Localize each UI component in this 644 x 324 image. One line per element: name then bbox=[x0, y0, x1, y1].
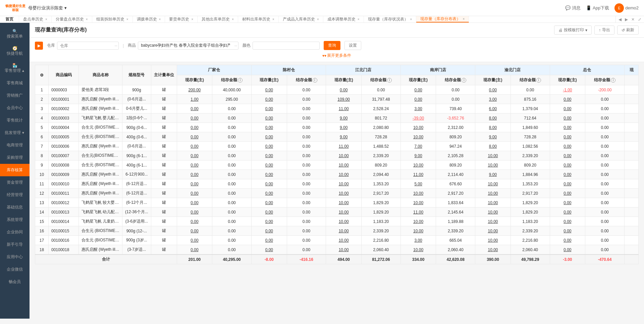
row-stock[interactable]: 0.00 bbox=[400, 95, 436, 104]
row-stock[interactable]: 9.00 bbox=[400, 151, 436, 160]
row-stock[interactable]: 10.00 bbox=[475, 151, 511, 160]
row-stock[interactable]: 0.00 bbox=[550, 104, 585, 113]
row-stock[interactable]: 10.00 bbox=[400, 132, 436, 142]
sidebar-item-search[interactable]: 🔍 搜索英单 bbox=[0, 26, 30, 43]
user-area[interactable]: E demo2 bbox=[614, 3, 639, 13]
sidebar-item-nav[interactable]: 🧭 快捷导航 bbox=[0, 43, 30, 60]
row-stock[interactable]: 11.00 bbox=[400, 170, 436, 179]
row-stock[interactable]: 0.00 bbox=[550, 236, 585, 245]
row-stock[interactable]: 10.00 bbox=[475, 236, 511, 245]
color-input[interactable] bbox=[253, 42, 320, 50]
row-stock[interactable]: 10.00 bbox=[475, 226, 511, 236]
row-stock[interactable]: 0.00 bbox=[252, 95, 287, 104]
row-stock[interactable]: 10.00 bbox=[475, 179, 511, 189]
sidebar-item-ecommerce[interactable]: 电商管理 bbox=[0, 139, 30, 151]
row-stock[interactable]: 0.00 bbox=[252, 132, 287, 142]
row-stock[interactable]: 10.00 bbox=[326, 245, 361, 255]
row-stock[interactable]: 0.00 bbox=[177, 179, 212, 189]
row-stock[interactable]: 0.00 bbox=[550, 245, 585, 255]
row-stock[interactable]: 11.00 bbox=[400, 207, 436, 217]
expand-conditions-btn[interactable]: ▾▾ 展开更多条件 bbox=[322, 53, 351, 58]
info-icon[interactable]: i bbox=[462, 78, 466, 83]
row-stock[interactable]: 10.00 bbox=[400, 198, 436, 207]
row-stock[interactable]: 0.00 bbox=[550, 113, 585, 123]
row-stock[interactable]: 0.00 bbox=[252, 217, 287, 226]
tab-10[interactable]: 现存量（库存状况表） × bbox=[364, 16, 417, 22]
row-stock[interactable]: 0.00 bbox=[252, 104, 287, 113]
sidebar-item-apps[interactable]: 应用中心 bbox=[0, 251, 30, 263]
tab-close-icon[interactable]: × bbox=[358, 17, 360, 21]
row-stock[interactable]: 0.00 bbox=[177, 104, 212, 113]
info-icon[interactable]: i bbox=[238, 78, 243, 83]
info-icon[interactable]: i bbox=[611, 78, 615, 83]
row-stock[interactable]: 0.00 bbox=[326, 85, 361, 95]
tab-4[interactable]: 调拨单历史 × bbox=[133, 16, 165, 22]
row-stock[interactable]: 8.00 bbox=[475, 113, 511, 123]
row-stock[interactable]: 11.00 bbox=[326, 104, 361, 113]
row-stock[interactable]: 0.00 bbox=[177, 198, 212, 207]
tab-9[interactable]: 成本调整单历史 × bbox=[323, 16, 364, 22]
row-stock[interactable]: 0.00 bbox=[252, 236, 287, 245]
tab-5[interactable]: 要货单历史 × bbox=[165, 16, 198, 22]
tab-2[interactable]: 分量盘点单历史 × bbox=[52, 16, 92, 22]
sidebar-item-retail-mgmt[interactable]: 🏪 零售管理 ▲ bbox=[0, 60, 30, 77]
tab-6[interactable]: 其他出库单历史 × bbox=[198, 16, 238, 22]
row-stock[interactable]: 0.00 bbox=[475, 85, 511, 95]
collapse-toggle[interactable]: ▶ bbox=[35, 42, 43, 50]
row-stock[interactable]: 0.00 bbox=[550, 207, 585, 217]
row-stock[interactable]: 10.00 bbox=[326, 151, 361, 160]
row-stock[interactable]: 0.00 bbox=[177, 207, 212, 217]
row-stock[interactable]: 0.00 bbox=[177, 113, 212, 123]
row-stock[interactable]: 0.00 bbox=[550, 123, 585, 132]
row-stock[interactable]: 0.00 bbox=[177, 170, 212, 179]
row-stock[interactable]: 0.00 bbox=[252, 207, 287, 217]
row-stock[interactable]: 10.00 bbox=[326, 226, 361, 236]
print-button[interactable]: 🖨 按模板打印 ▾ bbox=[554, 26, 592, 35]
info-icon[interactable]: i bbox=[313, 78, 317, 83]
row-stock[interactable]: 0.00 bbox=[252, 226, 287, 236]
row-stock[interactable]: 0.00 bbox=[177, 160, 212, 170]
sidebar-item-finance[interactable]: 资金管理 bbox=[0, 176, 30, 189]
row-stock[interactable]: 0.00 bbox=[252, 123, 287, 132]
app-download-link[interactable]: 📱 App下载 bbox=[586, 5, 609, 11]
row-stock[interactable]: 10.00 bbox=[326, 160, 361, 170]
tab-prev-btn[interactable]: ◀ bbox=[617, 16, 623, 22]
sidebar-item-retail-shop[interactable]: 零售商城 bbox=[0, 77, 30, 89]
row-stock[interactable]: 7.00 bbox=[400, 142, 436, 151]
row-stock[interactable]: 0.00 bbox=[400, 85, 436, 95]
row-stock[interactable]: 0.00 bbox=[252, 113, 287, 123]
message-link[interactable]: 💬 消息 bbox=[565, 5, 581, 11]
tab-home[interactable]: 首页 bbox=[0, 16, 19, 22]
row-stock[interactable]: 0.00 bbox=[550, 142, 585, 151]
goods-dots-btn[interactable]: ··· bbox=[234, 44, 237, 47]
row-stock[interactable]: 0.00 bbox=[252, 85, 287, 95]
sidebar-item-wechat[interactable]: 企业微信 bbox=[0, 263, 30, 276]
info-icon[interactable]: i bbox=[387, 78, 392, 83]
row-stock[interactable]: 10.00 bbox=[475, 198, 511, 207]
row-stock[interactable]: 0.00 bbox=[550, 226, 585, 236]
row-stock[interactable]: 0.00 bbox=[252, 170, 287, 179]
row-stock[interactable]: 9.00 bbox=[326, 123, 361, 132]
sidebar-item-operations[interactable]: 经营管理 bbox=[0, 189, 30, 201]
row-stock[interactable]: 0.00 bbox=[177, 142, 212, 151]
row-stock[interactable]: 0.00 bbox=[252, 189, 287, 198]
row-stock[interactable]: 10.00 bbox=[475, 245, 511, 255]
row-stock[interactable]: -39.00 bbox=[400, 113, 436, 123]
sidebar-item-marketing[interactable]: 营销推广 bbox=[0, 89, 30, 102]
row-stock[interactable]: 10.00 bbox=[475, 207, 511, 217]
tab-close-icon[interactable]: × bbox=[463, 17, 465, 21]
refresh-button[interactable]: ↺ 刷新 bbox=[617, 26, 639, 35]
sidebar-item-inventory[interactable]: 库存核算 bbox=[0, 164, 30, 176]
warehouse-dots-btn[interactable]: ··· bbox=[115, 44, 117, 47]
row-stock[interactable]: 10.00 bbox=[326, 189, 361, 198]
row-stock[interactable]: 5.00 bbox=[400, 179, 436, 189]
row-stock[interactable]: 0.00 bbox=[177, 236, 212, 245]
search-button[interactable]: 查询 bbox=[324, 41, 340, 50]
settings-button[interactable]: 设置 bbox=[344, 41, 361, 50]
sidebar-item-wholesale[interactable]: 批发管理 ▼ bbox=[0, 127, 30, 139]
sidebar-item-members[interactable]: 畅会员 bbox=[0, 276, 30, 288]
row-stock[interactable]: -1.00 bbox=[550, 85, 585, 95]
export-button[interactable]: ↑ 导出 bbox=[594, 26, 614, 35]
row-stock[interactable]: 0.00 bbox=[177, 217, 212, 226]
sidebar-item-enterprise[interactable]: 企业协同 bbox=[0, 226, 30, 238]
